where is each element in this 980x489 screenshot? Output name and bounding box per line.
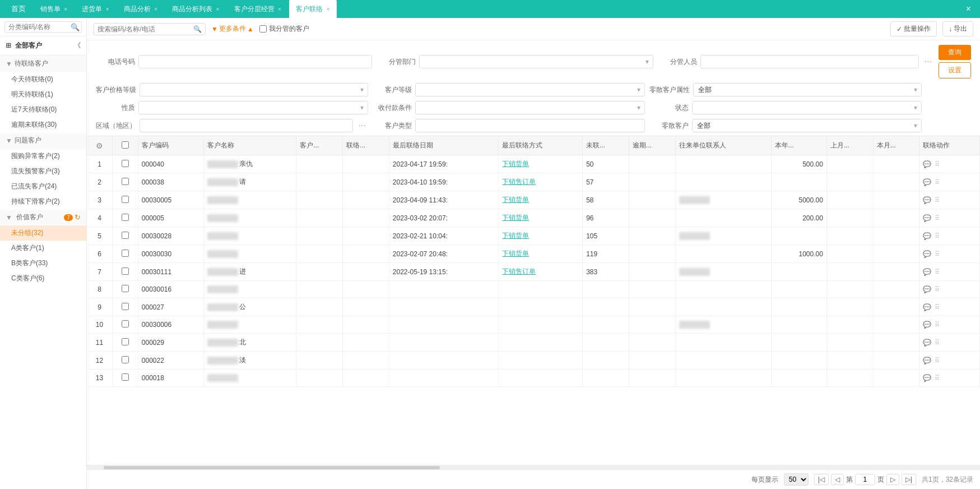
last-contact-way-link[interactable]: 下销货单 — [502, 250, 529, 257]
property-select[interactable] — [138, 101, 368, 114]
nav-sales[interactable]: 销售单 × — [34, 0, 74, 18]
my-customers-checkbox[interactable] — [259, 25, 267, 33]
row-checkbox[interactable] — [122, 320, 129, 327]
retail-attr-select[interactable]: 全部 — [693, 83, 922, 96]
price-grade-select[interactable] — [140, 83, 368, 96]
more-icon[interactable]: ⠿ — [935, 250, 940, 258]
row-checkbox[interactable] — [122, 356, 129, 363]
chat-icon[interactable]: 💬 — [923, 374, 931, 382]
sidebar-item-class-a[interactable]: A类客户(1) — [0, 241, 86, 256]
row-checkbox[interactable] — [122, 232, 129, 239]
row-checkbox[interactable] — [122, 338, 129, 345]
row-checkbox[interactable] — [122, 285, 129, 292]
row-checkbox[interactable] — [122, 214, 129, 221]
last-contact-way-link[interactable]: 下销货单 — [502, 232, 529, 239]
settings-icon[interactable]: ⚙ — [96, 141, 103, 150]
query-button[interactable]: 查询 — [939, 45, 971, 60]
close-sales-tab[interactable]: × — [64, 6, 67, 12]
chat-icon[interactable]: 💬 — [923, 196, 931, 204]
nav-purchase[interactable]: 进货单 × — [75, 0, 115, 18]
more-icon[interactable]: ⠿ — [935, 339, 940, 347]
chat-icon[interactable]: 💬 — [923, 160, 931, 168]
sidebar-all-customers[interactable]: ⊞ 全部客户 《 — [0, 36, 86, 56]
sidebar-group-pending[interactable]: ▼ 待联络客户 — [0, 56, 86, 72]
sidebar-group-value[interactable]: ▼ 价值客户 7 ↻ — [0, 209, 86, 225]
per-page-select[interactable]: 50 — [784, 473, 809, 486]
next-page-button[interactable]: ▷ — [886, 474, 899, 485]
more-icon[interactable]: ⠿ — [935, 160, 940, 168]
row-checkbox[interactable] — [122, 303, 129, 310]
reset-button[interactable]: 设置 — [939, 62, 971, 79]
more-conditions-button[interactable]: ▼ 更多条件 ▲ — [211, 24, 254, 34]
nav-customer-contact[interactable]: 客户联络 × — [289, 0, 336, 18]
select-all-checkbox[interactable] — [122, 141, 129, 149]
more-icon[interactable]: ⠿ — [935, 321, 940, 329]
nav-customer-tier[interactable]: 客户分层经营 × — [227, 0, 288, 18]
chat-icon[interactable]: 💬 — [923, 285, 931, 293]
row-checkbox[interactable] — [122, 160, 129, 167]
row-checkbox[interactable] — [122, 178, 129, 185]
sidebar-item-hoarding[interactable]: 囤购异常客户(2) — [0, 149, 86, 164]
sidebar-item-churned[interactable]: 已流失客户(24) — [0, 179, 86, 194]
row-checkbox[interactable] — [122, 373, 129, 381]
search-input[interactable] — [97, 25, 193, 33]
sidebar-item-overdue[interactable]: 逾期未联络(30) — [0, 117, 86, 132]
more-icon[interactable]: ⠿ — [935, 268, 940, 276]
scrollbar-thumb[interactable] — [104, 466, 440, 469]
prev-page-button[interactable]: ◁ — [831, 474, 844, 485]
row-checkbox[interactable] — [122, 196, 129, 203]
more-icon[interactable]: ⠿ — [935, 196, 940, 204]
window-close-button[interactable]: × — [962, 4, 976, 14]
row-checkbox[interactable] — [122, 267, 129, 275]
more-icon[interactable]: ⠿ — [935, 374, 940, 382]
last-contact-way-link[interactable]: 下销货单 — [502, 160, 529, 168]
nav-product-analysis-list[interactable]: 商品分析列表 × — [165, 0, 226, 18]
last-contact-way-link[interactable]: 下销售订单 — [502, 178, 536, 186]
chat-icon[interactable]: 💬 — [923, 339, 931, 347]
sidebar-item-tomorrow[interactable]: 明天待联络(1) — [0, 87, 86, 102]
customer-grade-select[interactable] — [415, 83, 645, 96]
close-product-analysis-tab[interactable]: × — [154, 6, 157, 12]
chat-icon[interactable]: 💬 — [923, 178, 931, 186]
last-contact-way-link[interactable]: 下销售订单 — [502, 267, 536, 275]
close-customer-tier-tab[interactable]: × — [278, 6, 281, 12]
phone-input[interactable] — [138, 55, 372, 68]
horizontal-scrollbar[interactable] — [87, 465, 980, 469]
retail-customer-select[interactable]: 全部 — [692, 119, 922, 132]
more-icon[interactable]: ⠿ — [935, 285, 940, 293]
close-product-list-tab[interactable]: × — [216, 6, 219, 12]
manager-input[interactable] — [700, 55, 919, 68]
nav-home[interactable]: 首页 — [4, 0, 32, 18]
more-icon[interactable]: ⠿ — [935, 232, 940, 240]
sidebar-group-problem[interactable]: ▼ 问题客户 — [0, 132, 86, 149]
payment-select[interactable] — [415, 101, 645, 114]
last-contact-way-link[interactable]: 下销货单 — [502, 196, 529, 204]
sidebar-item-churn-warning[interactable]: 流失预警客户(3) — [0, 164, 86, 179]
status-select[interactable] — [692, 101, 922, 114]
chat-icon[interactable]: 💬 — [923, 232, 931, 240]
refresh-icon[interactable]: ↻ — [75, 213, 81, 222]
chat-icon[interactable]: 💬 — [923, 214, 931, 222]
nav-product-analysis[interactable]: 商品分析 × — [117, 0, 164, 18]
chat-icon[interactable]: 💬 — [923, 303, 931, 311]
sidebar-item-declining[interactable]: 持续下滑客户(2) — [0, 194, 86, 209]
more-icon[interactable]: ⠿ — [935, 178, 940, 186]
close-customer-contact-tab[interactable]: × — [326, 6, 329, 12]
region-input[interactable] — [140, 119, 353, 132]
batch-operation-button[interactable]: ✓ 批量操作 — [890, 21, 937, 36]
close-purchase-tab[interactable]: × — [105, 6, 109, 12]
last-contact-way-link[interactable]: 下销货单 — [502, 214, 529, 222]
export-button[interactable]: ↓ 导出 — [942, 21, 973, 36]
chat-icon[interactable]: 💬 — [923, 357, 931, 365]
more-icon[interactable]: ⠿ — [935, 303, 940, 311]
sidebar-item-today[interactable]: 今天待联络(0) — [0, 72, 86, 87]
sidebar-item-class-c[interactable]: C类客户(6) — [0, 271, 86, 286]
more-icon[interactable]: ⠿ — [935, 357, 940, 365]
more-icon[interactable]: ⠿ — [935, 214, 940, 222]
manager-more-icon[interactable]: ··· — [922, 57, 934, 67]
sidebar-item-7days[interactable]: 近7天待联络(0) — [0, 102, 86, 117]
chat-icon[interactable]: 💬 — [923, 321, 931, 329]
region-more-icon[interactable]: ··· — [356, 121, 368, 131]
last-page-button[interactable]: ▷| — [902, 474, 916, 485]
sidebar-item-class-b[interactable]: B类客户(33) — [0, 256, 86, 271]
